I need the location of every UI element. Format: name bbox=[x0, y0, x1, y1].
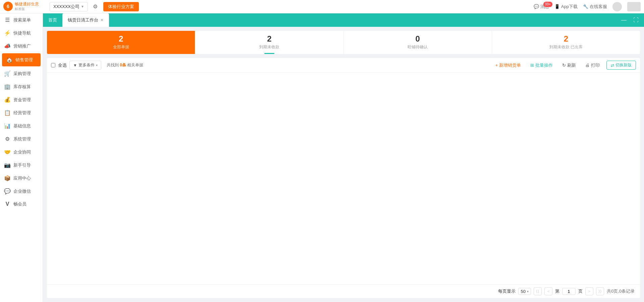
logo-sub: 标准版 bbox=[15, 7, 39, 11]
sidebar-item-system[interactable]: ⚙ 系统管理 bbox=[0, 132, 43, 145]
sidebar-item-search-menu[interactable]: ☰ 搜索菜单 bbox=[0, 13, 43, 26]
sidebar-item-marketing[interactable]: 📣 营销推广 bbox=[0, 40, 43, 53]
stat-card-pending-confirm[interactable]: 0 旺铺待确认 bbox=[344, 31, 492, 54]
message-badge: 99+ bbox=[543, 2, 552, 7]
expand-tab-icon[interactable]: ⛶ bbox=[631, 15, 641, 25]
stat-number-all: 2 bbox=[119, 35, 123, 43]
inventory-icon: 🏢 bbox=[4, 83, 11, 90]
finance-icon: 💰 bbox=[4, 97, 11, 103]
sidebar-label-cooperation: 企业协同 bbox=[13, 149, 31, 155]
add-sales-btn[interactable]: + 新增销货单 bbox=[493, 61, 524, 70]
sidebar-item-finance[interactable]: 💰 资金管理 bbox=[0, 93, 43, 106]
sidebar-label-wechat: 企业微信 bbox=[13, 188, 31, 194]
sidebar-label-search-menu: 搜索菜单 bbox=[13, 17, 31, 23]
sidebar-item-member[interactable]: V 畅会员 bbox=[0, 198, 43, 210]
select-all-checkbox[interactable] bbox=[51, 63, 55, 67]
sidebar-item-guide[interactable]: 📷 新手引导 bbox=[0, 159, 43, 172]
stat-number-pending-confirm: 0 bbox=[415, 35, 420, 43]
member-icon: V bbox=[4, 201, 11, 207]
per-page-label: 每页显示 bbox=[498, 288, 516, 294]
content-area: 2 全部单据 2 到期未收款 0 旺铺待确认 2 到期未收款 已出库 全选 bbox=[43, 27, 644, 302]
online-service-btn[interactable]: 🔧 在线客服 bbox=[583, 4, 607, 10]
batch-btn[interactable]: ⊞ 批量操作 bbox=[528, 61, 555, 70]
wechat-icon: 💬 bbox=[4, 188, 11, 194]
close-tab-icon[interactable]: ✕ bbox=[100, 18, 104, 22]
print-label: 打印 bbox=[591, 62, 600, 68]
switch-icon: ⇄ bbox=[611, 63, 614, 68]
per-page-dropdown-icon: ▾ bbox=[527, 290, 529, 293]
refresh-btn[interactable]: ↻ 刷新 bbox=[559, 61, 579, 70]
logo-area: 6 畅捷通好生意 标准版 bbox=[3, 2, 46, 11]
phone-icon: 📱 bbox=[554, 4, 560, 9]
service-icon: 🔧 bbox=[583, 4, 588, 9]
chevron-down-icon: ▼ bbox=[81, 5, 84, 8]
company-name: XXXXXX公司 bbox=[53, 4, 79, 10]
marketing-icon: 📣 bbox=[4, 43, 11, 49]
tab-bar: 首页 钱货日清工作台 ✕ — ⛶ bbox=[43, 13, 644, 27]
app-center-icon: 📦 bbox=[4, 175, 11, 181]
sidebar-label-basic-info: 基础信息 bbox=[13, 123, 31, 129]
company-selector[interactable]: XXXXXX公司 ▼ bbox=[50, 2, 88, 11]
stat-number-due-unshipped: 2 bbox=[564, 35, 568, 43]
tab-home[interactable]: 首页 bbox=[43, 13, 62, 27]
sidebar: ☰ 搜索菜单 ⚡ 快捷导航 📣 营销推广 🏠 销售管理 🛒 采购管理 🏢 库存核… bbox=[0, 13, 43, 302]
print-btn[interactable]: 🖨 打印 bbox=[583, 61, 602, 70]
tab-home-label: 首页 bbox=[48, 17, 57, 23]
page-input[interactable]: 1 bbox=[562, 288, 576, 295]
sidebar-label-purchase: 采购管理 bbox=[13, 71, 31, 77]
app-download-label: App下载 bbox=[561, 4, 578, 10]
sidebar-item-inventory[interactable]: 🏢 库存核算 bbox=[0, 80, 43, 93]
settings-icon[interactable]: ⚙ bbox=[91, 2, 100, 11]
basic-info-icon: 📊 bbox=[4, 123, 11, 129]
stat-underline bbox=[264, 53, 274, 54]
switch-version-btn[interactable]: ⇄ 切换新版 bbox=[606, 61, 636, 70]
select-all-label: 全选 bbox=[58, 62, 67, 68]
per-page-select[interactable]: 50 ▾ bbox=[518, 288, 531, 295]
last-page-btn[interactable]: ⟩⟩ bbox=[596, 287, 604, 295]
message-btn[interactable]: 💬 消息 99+ bbox=[534, 4, 549, 10]
sidebar-item-quick-nav[interactable]: ⚡ 快捷导航 bbox=[0, 26, 43, 40]
minimize-tab-icon[interactable]: — bbox=[619, 15, 629, 25]
sidebar-item-basic-info[interactable]: 📊 基础信息 bbox=[0, 119, 43, 132]
sidebar-item-purchase[interactable]: 🛒 采购管理 bbox=[0, 67, 43, 80]
user-name-area[interactable] bbox=[627, 2, 641, 11]
top-header: 6 畅捷通好生意 标准版 XXXXXX公司 ▼ ⚙ 体验行业方案 💬 消息 99… bbox=[0, 0, 644, 13]
sidebar-label-sales: 销售管理 bbox=[15, 57, 33, 63]
search-menu-icon: ☰ bbox=[4, 17, 11, 23]
header-right: 💬 消息 99+ 📱 App下载 🔧 在线客服 bbox=[534, 2, 641, 11]
sidebar-item-sales[interactable]: 🏠 销售管理 bbox=[2, 53, 41, 66]
sidebar-label-operations: 经营管理 bbox=[13, 110, 31, 116]
print-icon: 🖨 bbox=[585, 63, 590, 68]
next-page-btn[interactable]: ＞ bbox=[585, 287, 593, 295]
filter-icon: ▼ bbox=[73, 63, 77, 68]
prev-page-btn[interactable]: ＜ bbox=[544, 287, 552, 295]
toolbar: 全选 ▼ 更多条件 ▾ 共找到 0条 相关单据 + 新增销货单 ⊞ 批量操作 bbox=[47, 58, 640, 73]
sidebar-item-app-center[interactable]: 📦 应用中心 bbox=[0, 172, 43, 185]
sidebar-item-cooperation[interactable]: 🤝 企业协同 bbox=[0, 145, 43, 159]
sidebar-label-finance: 资金管理 bbox=[13, 97, 31, 103]
stat-label-all: 全部单据 bbox=[113, 44, 129, 50]
stat-card-due-unshipped[interactable]: 2 到期未收款 已出库 bbox=[492, 31, 640, 54]
app-download-btn[interactable]: 📱 App下载 bbox=[554, 4, 578, 10]
system-icon: ⚙ bbox=[4, 136, 11, 142]
batch-icon: ⊞ bbox=[530, 63, 534, 68]
filter-btn[interactable]: ▼ 更多条件 ▾ bbox=[69, 61, 101, 70]
found-count: 0条 bbox=[120, 63, 126, 67]
avatar[interactable] bbox=[612, 2, 622, 11]
tab-actions: — ⛶ bbox=[619, 15, 644, 25]
stat-label-pending-confirm: 旺铺待确认 bbox=[408, 44, 428, 50]
experience-btn[interactable]: 体验行业方案 bbox=[103, 2, 139, 11]
tab-workbench[interactable]: 钱货日清工作台 ✕ bbox=[62, 13, 109, 27]
filter-label: 更多条件 bbox=[78, 62, 95, 68]
first-page-btn[interactable]: ⟨⟨ bbox=[534, 287, 542, 295]
table-area bbox=[47, 73, 640, 284]
per-page-value: 50 bbox=[521, 289, 525, 294]
sidebar-item-operations[interactable]: 📋 经营管理 bbox=[0, 106, 43, 119]
stat-card-all[interactable]: 2 全部单据 bbox=[47, 31, 195, 54]
refresh-label: 刷新 bbox=[567, 62, 576, 68]
stat-card-due-unpaid[interactable]: 2 到期未收款 bbox=[195, 31, 343, 54]
stat-label-due-unshipped: 到期未收款 已出库 bbox=[549, 44, 583, 50]
sidebar-item-wechat[interactable]: 💬 企业微信 bbox=[0, 185, 43, 198]
refresh-icon: ↻ bbox=[562, 63, 566, 68]
toolbar-right: + 新增销货单 ⊞ 批量操作 ↻ 刷新 🖨 打印 ⇄ bbox=[493, 61, 636, 70]
